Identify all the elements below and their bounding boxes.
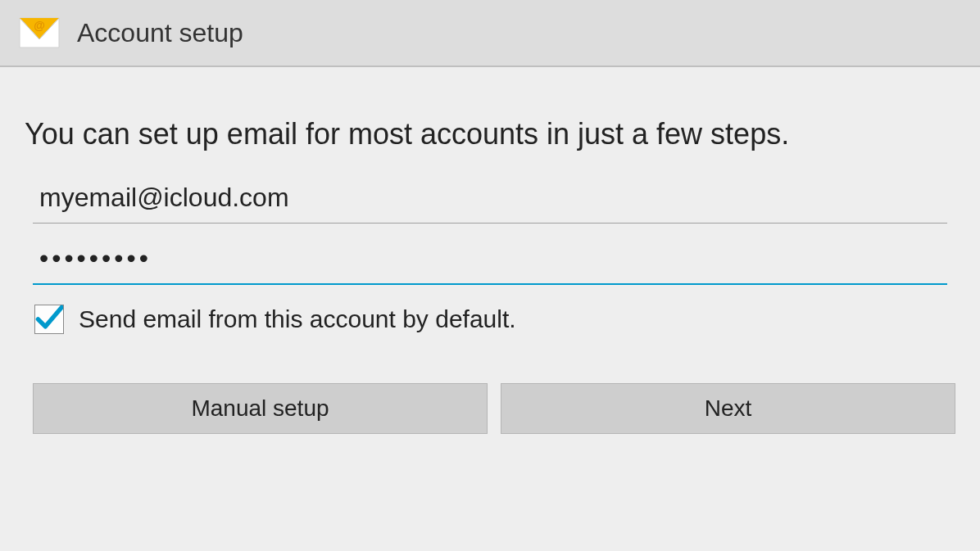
default-account-checkbox-row[interactable]: Send email from this account by default. [34, 305, 955, 334]
svg-text:@: @ [34, 19, 45, 32]
action-bar: @ Account setup [0, 0, 980, 67]
checkbox-icon[interactable] [34, 305, 64, 334]
setup-headline: You can set up email for most accounts i… [25, 116, 955, 151]
email-field[interactable] [33, 174, 947, 224]
password-field[interactable] [33, 235, 947, 285]
default-account-checkbox-label: Send email from this account by default. [79, 305, 516, 333]
next-button[interactable]: Next [501, 383, 955, 434]
manual-setup-button[interactable]: Manual setup [33, 383, 488, 434]
page-title: Account setup [77, 18, 243, 48]
button-row: Manual setup Next [33, 383, 955, 434]
email-app-icon: @ [16, 10, 62, 56]
content-area: You can set up email for most accounts i… [0, 67, 980, 434]
